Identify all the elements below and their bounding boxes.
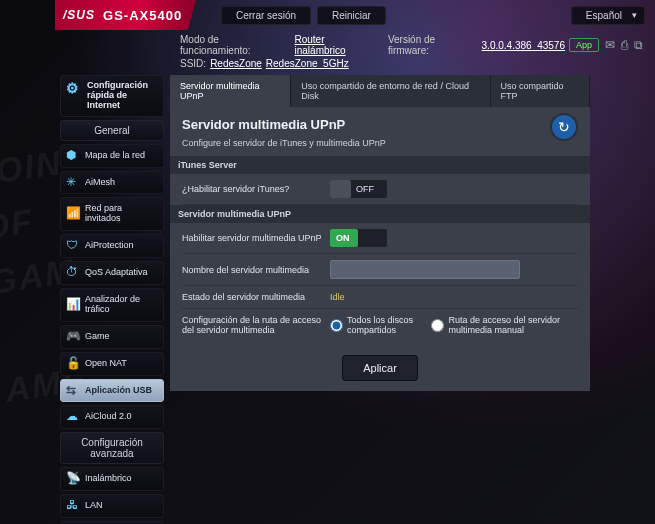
tab-cloud-disk[interactable]: Uso compartido de entorno de red / Cloud… bbox=[291, 75, 490, 107]
sidebar-item-lan[interactable]: 🖧LAN bbox=[60, 494, 164, 518]
mode-label: Modo de funcionamiento: bbox=[180, 34, 291, 56]
language-select[interactable]: Español bbox=[571, 6, 645, 25]
sidebar-item-opennat[interactable]: 🔓Open NAT bbox=[60, 352, 164, 376]
panel-title: Servidor multimedia UPnP bbox=[182, 117, 578, 132]
panel-subtitle: Configure el servidor de iTunes y multim… bbox=[182, 138, 578, 148]
quick-setup-button[interactable]: ⚙ Configuración rápida de Internet bbox=[60, 75, 164, 117]
group-itunes: iTunes Server bbox=[170, 156, 590, 174]
upnp-panel: ↻ Servidor multimedia UPnP Configure el … bbox=[170, 107, 590, 391]
row-enable-label: Habilitar servidor multimedia UPnP bbox=[182, 233, 322, 243]
mode-link[interactable]: Router inalámbrico bbox=[295, 34, 378, 56]
reboot-button[interactable]: Reiniciar bbox=[317, 6, 386, 25]
qos-icon: ⏱ bbox=[66, 266, 78, 279]
guest-icon: 📶 bbox=[66, 208, 81, 221]
sidebar-item-guest[interactable]: 📶Red para invitados bbox=[60, 197, 164, 231]
sidebar-item-traffic[interactable]: 📊Analizador de tráfico bbox=[60, 288, 164, 322]
section-advanced: Configuración avanzada bbox=[60, 432, 164, 464]
upnp-toggle[interactable]: ON bbox=[330, 229, 387, 247]
game-icon: 🎮 bbox=[66, 330, 81, 343]
cloud-icon: ☁ bbox=[66, 411, 78, 424]
ssid2-link[interactable]: RedesZone_5GHz bbox=[266, 58, 349, 69]
radio-manual-path[interactable]: Ruta de acceso del servidor multimedia m… bbox=[431, 315, 578, 335]
apply-button[interactable]: Aplicar bbox=[342, 355, 418, 381]
network-map-icon: ⬢ bbox=[66, 149, 76, 162]
status-value: Idle bbox=[330, 292, 345, 302]
group-upnp: Servidor multimedia UPnP bbox=[170, 205, 590, 223]
quick-label: Configuración rápida de Internet bbox=[87, 80, 148, 110]
model-name: GS-AX5400 bbox=[103, 8, 182, 23]
row-name-label: Nombre del servidor multimedia bbox=[182, 265, 322, 275]
row-itunes-label: ¿Habilitar servidor iTunes? bbox=[182, 184, 322, 194]
sidebar-item-usb-app[interactable]: ⇆Aplicación USB bbox=[60, 379, 164, 403]
ssid1-link[interactable]: RedesZone bbox=[210, 58, 262, 69]
nat-icon: 🔓 bbox=[66, 357, 81, 370]
shield-icon: 🛡 bbox=[66, 240, 78, 253]
sidebar: ⚙ Configuración rápida de Internet Gener… bbox=[60, 75, 164, 524]
radio-all-disks[interactable]: Todos los discos compartidos bbox=[330, 315, 425, 335]
app-badge[interactable]: App bbox=[569, 38, 599, 52]
tab-upnp[interactable]: Servidor multimedia UPnP bbox=[170, 75, 291, 107]
sidebar-item-wireless[interactable]: 📡Inalámbrico bbox=[60, 467, 164, 491]
brand-logo: /SUS bbox=[63, 8, 95, 22]
section-general: General bbox=[60, 120, 164, 141]
tabs: Servidor multimedia UPnP Uso compartido … bbox=[170, 75, 590, 107]
sidebar-item-network-map[interactable]: ⬢Mapa de la red bbox=[60, 144, 164, 168]
usb-app-icon: ⇆ bbox=[66, 384, 76, 397]
sidebar-item-game[interactable]: 🎮Game bbox=[60, 325, 164, 349]
brand-plate: /SUS GS-AX5400 bbox=[55, 0, 196, 30]
sidebar-item-aiprotection[interactable]: 🛡AiProtection bbox=[60, 234, 164, 258]
fw-label: Versión de firmware: bbox=[388, 34, 478, 56]
usb-icon[interactable]: ⎙ bbox=[621, 38, 628, 52]
row-path-label: Configuración de la ruta de acceso del s… bbox=[182, 315, 322, 335]
row-status-label: Estado del servidor multimedia bbox=[182, 292, 322, 302]
notify-icon[interactable]: ✉ bbox=[605, 38, 615, 52]
tab-ftp[interactable]: Uso compartido FTP bbox=[491, 75, 590, 107]
traffic-icon: 📊 bbox=[66, 298, 81, 311]
sidebar-item-qos[interactable]: ⏱QoS Adaptativa bbox=[60, 261, 164, 285]
fw-link[interactable]: 3.0.0.4.386_43576 bbox=[482, 40, 565, 51]
wireless-icon: 📡 bbox=[66, 473, 81, 486]
link-icon[interactable]: ⧉ bbox=[634, 38, 643, 52]
content: Servidor multimedia UPnP Uso compartido … bbox=[170, 75, 590, 524]
sidebar-item-aimesh[interactable]: ✳AiMesh bbox=[60, 171, 164, 195]
server-name-input[interactable] bbox=[330, 260, 520, 279]
aimesh-icon: ✳ bbox=[66, 176, 76, 189]
lan-icon: 🖧 bbox=[66, 500, 78, 513]
itunes-toggle[interactable]: OFF bbox=[330, 180, 387, 198]
refresh-button[interactable]: ↻ bbox=[552, 115, 576, 139]
ssid-label: SSID: bbox=[180, 58, 206, 69]
sidebar-item-aicloud[interactable]: ☁AiCloud 2.0 bbox=[60, 405, 164, 429]
gear-icon: ⚙ bbox=[66, 81, 79, 96]
logout-button[interactable]: Cerrar sesión bbox=[221, 6, 311, 25]
